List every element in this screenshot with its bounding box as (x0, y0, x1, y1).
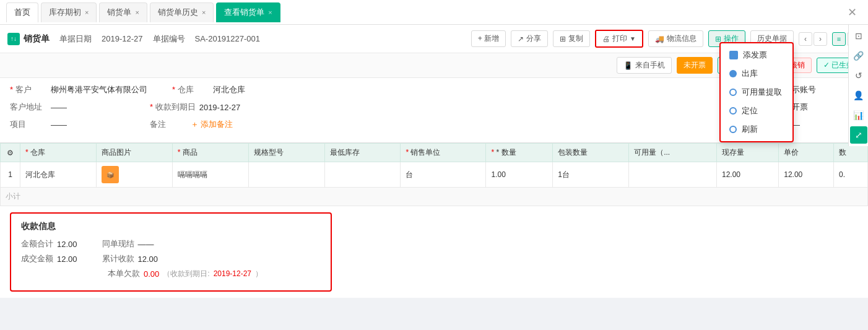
deal-amount-label: 成交金额 (21, 253, 53, 264)
col-model: 规格型号 (248, 144, 324, 162)
due-date-value: 2019-12-27 (214, 269, 251, 278)
payment-row-3: 本单欠款 0.00 （收款到期日: 2019-12-27 ） (21, 268, 321, 279)
cumulative-label: 累计收款 (102, 253, 134, 264)
due-date-close: ） (255, 269, 263, 279)
next-arrow[interactable]: › (814, 32, 827, 46)
tab-home[interactable]: 首页 (6, 2, 38, 22)
panel-icon-expand[interactable]: ⤢ (850, 126, 867, 144)
print-button[interactable]: 🖨 打印 ▼ (595, 30, 643, 48)
panel-icon-chart[interactable]: 📊 (850, 106, 867, 124)
same-order-label: 同单现结 (102, 238, 134, 250)
subtotal-label: 小计 (1, 188, 868, 206)
logistics-button[interactable]: 🚚 物流信息 (648, 30, 703, 47)
cell-quantity: 1.00 (486, 162, 553, 188)
tab-inventory-init-close[interactable]: × (85, 9, 89, 16)
tab-sales-history-close[interactable]: × (202, 9, 206, 16)
tab-bar: 首页 库存期初 × 销货单 × 销货单历史 × 查看销货单 × ✕ (0, 0, 868, 25)
document-type-icon: ↑↓ (7, 33, 20, 45)
bottom-info: 收款信息 金额合计 12.00 同单现结 —— 成交金额 12.00 累计收款 (0, 206, 868, 298)
copy-button[interactable]: ⊞ 复制 (553, 30, 590, 47)
panel-icon-refresh[interactable]: ↺ (850, 67, 867, 84)
cell-model (248, 162, 324, 188)
remark-field: 备注 ＋ 添加备注 (150, 119, 233, 130)
same-order-item: 同单现结 —— (102, 238, 154, 250)
available-pickup-icon (729, 89, 737, 96)
tab-sales-order[interactable]: 销货单 × (99, 2, 147, 22)
tab-sales-order-label: 销货单 (107, 7, 131, 18)
window-close-button[interactable]: ✕ (843, 3, 862, 22)
customer-value: 柳州粤港平安气体有限公司 (51, 84, 147, 95)
document-meta: 单据日期 2019-12-27 单据编号 SA-20191227-001 (59, 33, 260, 45)
refresh-label: 刷新 (742, 124, 758, 135)
locate-item[interactable]: 定位 (721, 102, 792, 120)
cell-stock: 12.00 (717, 162, 779, 188)
business-staff-value: —— (784, 120, 858, 129)
subtotal-row: 小计 (1, 188, 868, 206)
warehouse-field: 仓库 河北仓库 (172, 84, 287, 95)
tab-inventory-init[interactable]: 库存期初 × (41, 2, 97, 22)
tab-view-sales[interactable]: 查看销货单 × (216, 2, 280, 22)
project-label: 项目 (10, 119, 47, 130)
warehouse-value: 河北仓库 (213, 84, 287, 95)
staff-value: 演示账号 (784, 84, 858, 95)
add-invoice-item[interactable]: 添发票 (721, 46, 792, 64)
panel-icon-link[interactable]: 🔗 (850, 47, 867, 64)
table-row: 1 河北仓库 📦 嗝嗝嗝嗝 台 1.00 1台 12.00 12.00 0. (1, 162, 868, 188)
cell-sales-unit: 台 (401, 162, 486, 188)
tab-inventory-init-label: 库存期初 (49, 7, 81, 18)
list-view-btn[interactable]: ≡ (832, 32, 846, 46)
total-label: 金额合计 (21, 238, 53, 250)
not-open-button[interactable]: 未开票 (677, 57, 713, 74)
col-min-stock: 最低库存 (324, 144, 401, 162)
cell-pack-qty: 1台 (553, 162, 629, 188)
tab-sales-order-close[interactable]: × (135, 9, 139, 16)
prev-arrow[interactable]: ‹ (799, 32, 812, 46)
project-field: 项目 —— (10, 119, 125, 130)
tab-sales-history[interactable]: 销货单历史 × (150, 2, 214, 22)
plus-icon: ＋ (191, 119, 199, 130)
current-owe-value: 0.00 (144, 269, 159, 279)
cell-unit-price: 12.00 (779, 162, 834, 188)
share-label: 分享 (526, 33, 541, 44)
col-sales-unit: 销售单位 (401, 144, 486, 162)
outbound-item[interactable]: 出库 (721, 64, 792, 83)
cell-warehouse: 河北仓库 (20, 162, 97, 188)
add-remark-link[interactable]: ＋ 添加备注 (191, 119, 233, 130)
refresh-item[interactable]: 刷新 (721, 120, 792, 139)
print-arrow-icon: ▼ (630, 35, 636, 42)
total-value: 12.00 (57, 240, 77, 249)
cumulative-item: 累计收款 12.00 (102, 253, 158, 264)
new-button[interactable]: + 新增 (471, 30, 506, 47)
print-icon: 🖨 (602, 35, 610, 43)
panel-icon-user[interactable]: 👤 (850, 87, 867, 104)
col-pack-qty: 包装数量 (553, 144, 629, 162)
col-amount: 数 (834, 144, 868, 162)
payment-date-value: 2019-12-27 (199, 103, 274, 112)
refresh-icon (729, 126, 737, 133)
col-product: 商品 (172, 144, 248, 162)
project-value: —— (51, 120, 125, 129)
cell-index: 1 (1, 162, 20, 188)
col-warehouse: 仓库 (20, 144, 97, 162)
table-body: 1 河北仓库 📦 嗝嗝嗝嗝 台 1.00 1台 12.00 12.00 0. (1, 162, 868, 206)
tab-view-sales-close[interactable]: × (268, 9, 272, 16)
from-phone-button[interactable]: 📱 来自手机 (617, 57, 672, 74)
nav-arrows: ‹ › (799, 32, 827, 46)
outbound-icon (729, 70, 737, 77)
warehouse-label: 仓库 (172, 84, 209, 95)
col-product-img: 商品图片 (96, 144, 172, 162)
deal-amount-value: 12.00 (57, 254, 77, 264)
panel-icon-copy[interactable]: ⊡ (850, 27, 867, 45)
col-settings[interactable]: ⚙ (1, 144, 20, 162)
add-invoice-label: 添发票 (743, 50, 767, 61)
available-pickup-label: 可用量提取 (742, 87, 782, 98)
available-pickup-item[interactable]: 可用量提取 (721, 83, 792, 102)
ticket-type-value: 不开票 (784, 102, 858, 113)
payment-info-panel: 收款信息 金额合计 12.00 同单现结 —— 成交金额 12.00 累计收款 (10, 212, 332, 292)
document-actions: + 新增 ↗ 分享 ⊞ 复制 🖨 打印 ▼ 🚚 物流信息 ⊞ 操作 (471, 30, 861, 48)
col-unit-price: 单价 (779, 144, 834, 162)
share-button[interactable]: ↗ 分享 (511, 30, 548, 47)
add-invoice-icon (729, 51, 738, 59)
effective-icon: ✓ (823, 61, 830, 69)
locate-label: 定位 (742, 105, 758, 116)
